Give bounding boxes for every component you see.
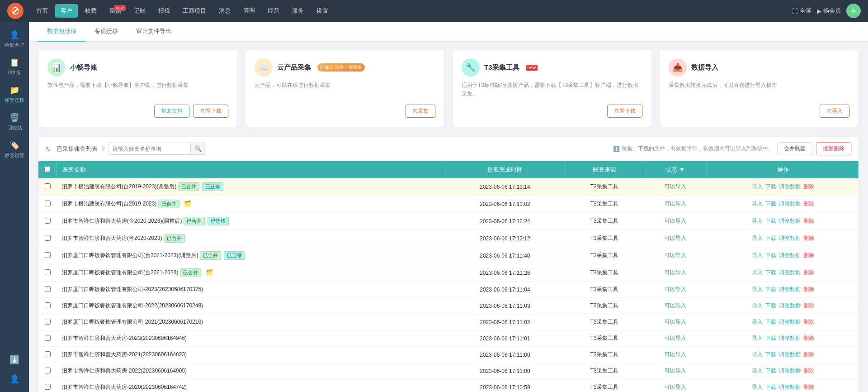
tab-data-package[interactable]: 数据包迁移 — [38, 22, 85, 42]
action-下载[interactable]: 下载 — [765, 351, 776, 358]
action-下载[interactable]: 下载 — [765, 269, 776, 276]
row-checkbox[interactable] — [45, 335, 51, 341]
row-checkbox[interactable] — [45, 302, 51, 308]
sidebar-item-zero-declare[interactable]: 📋 0申报 — [0, 53, 29, 81]
member-button[interactable]: ▶ 畅会员 — [817, 7, 841, 15]
action-导入[interactable]: 导入 — [752, 351, 763, 358]
action-导入[interactable]: 导入 — [752, 302, 763, 309]
nav-service[interactable]: 服务 — [287, 4, 309, 18]
user-avatar[interactable]: A — [846, 4, 861, 18]
row-checkbox[interactable] — [45, 319, 51, 325]
row-file-icon[interactable]: 🗂️ — [206, 269, 213, 276]
row-checkbox[interactable] — [45, 235, 51, 241]
action-导入[interactable]: 导入 — [752, 201, 763, 207]
nav-fee[interactable]: 收费 — [80, 4, 102, 18]
select-all-checkbox[interactable] — [44, 166, 50, 172]
header-status[interactable]: 状态 ▼ — [643, 161, 708, 178]
action-删除[interactable]: 删除 — [803, 302, 814, 309]
go-import-button[interactable]: 去导入 — [820, 105, 849, 118]
sidebar-item-account-migration[interactable]: 📁 账套迁移 — [0, 81, 29, 108]
action-下载[interactable]: 下载 — [765, 235, 776, 241]
action-删除[interactable]: 删除 — [803, 183, 814, 190]
action-下载[interactable]: 下载 — [765, 384, 776, 390]
merge-account-button[interactable]: 合并账套 — [777, 142, 812, 155]
row-checkbox[interactable] — [45, 218, 51, 224]
action-调整数据[interactable]: 调整数据 — [779, 302, 801, 309]
nav-manage[interactable]: 管理 — [238, 4, 260, 18]
action-调整数据[interactable]: 调整数据 — [779, 286, 801, 292]
action-导入[interactable]: 导入 — [752, 286, 763, 292]
nav-message[interactable]: 消息 — [213, 4, 236, 18]
action-导入[interactable]: 导入 — [752, 269, 763, 276]
help-icon[interactable]: ? — [101, 145, 105, 153]
action-下载[interactable]: 下载 — [765, 286, 776, 292]
action-调整数据[interactable]: 调整数据 — [779, 335, 801, 341]
action-导入[interactable]: 导入 — [752, 235, 763, 241]
action-删除[interactable]: 删除 — [803, 335, 814, 341]
action-删除[interactable]: 删除 — [803, 384, 814, 390]
download-now-button[interactable]: 立即下载 — [193, 105, 228, 118]
action-删除[interactable]: 删除 — [803, 235, 814, 241]
action-下载[interactable]: 下载 — [765, 183, 776, 190]
action-导入[interactable]: 导入 — [752, 384, 763, 390]
action-调整数据[interactable]: 调整数据 — [779, 201, 801, 207]
row-checkbox[interactable] — [45, 351, 51, 357]
search-input[interactable] — [109, 143, 190, 154]
sidebar-profile[interactable]: 👤 — [0, 369, 29, 388]
nav-industry[interactable]: 工商项目 — [177, 4, 212, 18]
action-导入[interactable]: 导入 — [752, 183, 763, 190]
tab-audit-export[interactable]: 审计文件导出 — [127, 22, 180, 42]
action-删除[interactable]: 删除 — [803, 218, 814, 224]
search-button[interactable]: 🔍 — [190, 143, 206, 154]
sidebar-item-all-customers[interactable]: 👤 全部客户 — [0, 25, 29, 53]
sidebar-item-tag-settings[interactable]: 🏷️ 标签设置 — [0, 136, 29, 163]
action-调整数据[interactable]: 调整数据 — [779, 183, 801, 190]
action-调整数据[interactable]: 调整数据 — [779, 269, 801, 276]
nav-invoice[interactable]: 票据 new — [104, 4, 127, 18]
row-checkbox[interactable] — [45, 252, 51, 258]
tab-backup[interactable]: 备份迁移 — [85, 22, 127, 42]
action-导入[interactable]: 导入 — [752, 252, 763, 258]
action-调整数据[interactable]: 调整数据 — [779, 235, 801, 241]
action-导入[interactable]: 导入 — [752, 368, 763, 374]
nav-settings[interactable]: 设置 — [311, 4, 334, 18]
row-checkbox[interactable] — [45, 269, 51, 275]
action-下载[interactable]: 下载 — [765, 252, 776, 258]
refresh-icon[interactable]: ↻ — [46, 145, 51, 153]
go-collect-button[interactable]: 去采集 — [406, 105, 435, 118]
row-checkbox[interactable] — [45, 201, 51, 206]
action-调整数据[interactable]: 调整数据 — [779, 368, 801, 374]
action-删除[interactable]: 删除 — [803, 351, 814, 358]
action-调整数据[interactable]: 调整数据 — [779, 351, 801, 358]
action-删除[interactable]: 删除 — [803, 269, 814, 276]
help-doc-button[interactable]: 帮助文档 — [154, 105, 189, 118]
sidebar-download[interactable]: ⬇️ — [0, 350, 29, 369]
action-导入[interactable]: 导入 — [752, 335, 763, 341]
action-下载[interactable]: 下载 — [765, 218, 776, 224]
action-下载[interactable]: 下载 — [765, 319, 776, 325]
action-调整数据[interactable]: 调整数据 — [779, 319, 801, 325]
action-导入[interactable]: 导入 — [752, 218, 763, 224]
nav-operation[interactable]: 经营 — [262, 4, 285, 18]
nav-home[interactable]: 首页 — [31, 4, 53, 18]
row-checkbox[interactable] — [45, 286, 51, 292]
row-checkbox[interactable] — [45, 183, 51, 189]
sidebar-item-recycle[interactable]: 🗑️ 回收站 — [0, 108, 29, 136]
action-删除[interactable]: 删除 — [803, 368, 814, 374]
action-导入[interactable]: 导入 — [752, 319, 763, 325]
batch-delete-button[interactable]: 批量删除 — [816, 142, 851, 155]
action-删除[interactable]: 删除 — [803, 201, 814, 207]
nav-customer[interactable]: 客户 — [55, 4, 78, 18]
row-file-icon[interactable]: 🗂️ — [184, 200, 191, 207]
action-删除[interactable]: 删除 — [803, 286, 814, 292]
row-checkbox[interactable] — [45, 384, 51, 390]
action-删除[interactable]: 删除 — [803, 319, 814, 325]
nav-bookkeeping[interactable]: 记账 — [128, 4, 151, 18]
row-checkbox[interactable] — [45, 368, 51, 373]
action-调整数据[interactable]: 调整数据 — [779, 252, 801, 258]
action-下载[interactable]: 下载 — [765, 368, 776, 374]
action-下载[interactable]: 下载 — [765, 201, 776, 207]
action-下载[interactable]: 下载 — [765, 302, 776, 309]
action-下载[interactable]: 下载 — [765, 335, 776, 341]
action-调整数据[interactable]: 调整数据 — [779, 218, 801, 224]
